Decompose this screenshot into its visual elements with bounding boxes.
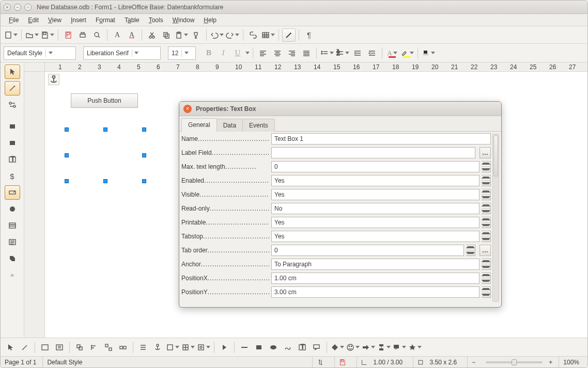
align-right-button[interactable]	[285, 46, 299, 60]
spin-enabled[interactable]	[482, 175, 491, 186]
menu-insert[interactable]: Insert	[67, 15, 90, 25]
menu-window[interactable]: Window	[168, 15, 199, 25]
undo-button[interactable]	[210, 28, 224, 42]
rect-icon[interactable]	[252, 341, 266, 354]
menu-view[interactable]: View	[44, 15, 66, 25]
dialog-close-icon[interactable]: ×	[183, 105, 192, 113]
menu-table[interactable]: Table	[120, 15, 144, 25]
anchor-button[interactable]	[151, 341, 164, 354]
spin-visible[interactable]	[482, 189, 491, 200]
line-tool[interactable]	[5, 81, 20, 95]
flowchart-icon[interactable]	[377, 341, 391, 354]
tab-order-button[interactable]	[136, 341, 150, 354]
spin-readonly[interactable]	[482, 203, 491, 214]
callout-icon[interactable]	[310, 341, 323, 354]
anchor-icon[interactable]	[48, 74, 59, 85]
rectangle2-tool[interactable]	[5, 136, 20, 150]
zoom-out-button[interactable]: −	[467, 357, 479, 367]
cut-button[interactable]	[145, 28, 159, 42]
select-tool[interactable]	[5, 65, 20, 79]
tab-data[interactable]: Data	[216, 119, 243, 132]
tab-events[interactable]: Events	[242, 119, 275, 132]
spelling-button[interactable]: A	[111, 28, 124, 42]
spin-maxlen[interactable]	[482, 161, 491, 172]
menu-edit[interactable]: Edit	[24, 15, 43, 25]
spin-posx[interactable]	[482, 273, 491, 284]
listbox-tool[interactable]	[5, 218, 20, 233]
dialog-titlebar[interactable]: × Properties: Text Box	[179, 102, 501, 116]
input-posy[interactable]: 3.00 cm	[271, 286, 479, 298]
menu-file[interactable]: File	[5, 15, 23, 25]
spin-taborder[interactable]	[466, 245, 475, 256]
paragraph-style-combo[interactable]: Default Style	[4, 46, 76, 60]
input-visible[interactable]: Yes	[271, 189, 479, 200]
text-icon[interactable]: T	[296, 341, 309, 354]
form-text-box-selected[interactable]	[67, 130, 144, 181]
font-name-combo[interactable]: Liberation Serif	[83, 46, 161, 60]
dialog-scrollbar[interactable]	[492, 134, 499, 302]
minimize-window-icon[interactable]: –	[14, 4, 21, 11]
print-preview-button[interactable]	[90, 28, 104, 42]
input-enabled[interactable]: Yes	[271, 175, 479, 186]
input-anchor[interactable]: To Paragraph	[271, 259, 479, 270]
curve-icon[interactable]	[281, 341, 295, 354]
open-button[interactable]	[25, 28, 39, 42]
highlight-button[interactable]: A	[125, 28, 138, 42]
menu-help[interactable]: Help	[199, 15, 221, 25]
increase-indent-button[interactable]	[351, 46, 364, 60]
label-tool[interactable]	[5, 185, 20, 200]
new-doc-button[interactable]	[4, 28, 18, 42]
rectangle-tool[interactable]	[5, 119, 20, 134]
align-left-button[interactable]	[256, 46, 270, 60]
more-tool[interactable]: »	[5, 268, 20, 282]
menu-tools[interactable]: Tools	[145, 15, 167, 25]
paste-button[interactable]	[174, 28, 189, 42]
zoom-value[interactable]: 100%	[559, 357, 583, 367]
form-push-button[interactable]: Push Button	[71, 93, 138, 108]
form-button[interactable]	[38, 341, 52, 354]
tab-general[interactable]: General	[181, 118, 217, 132]
line-icon[interactable]	[238, 341, 251, 354]
spin-printable[interactable]	[482, 217, 491, 228]
align-button[interactable]	[87, 341, 101, 354]
diamond-icon[interactable]	[330, 341, 345, 354]
textbox-tool[interactable]: T	[5, 152, 20, 167]
nav-button[interactable]	[218, 341, 231, 354]
zoom-in-button[interactable]: +	[549, 359, 552, 366]
underline-button[interactable]: U	[231, 46, 244, 60]
ellipse-tool[interactable]	[5, 202, 20, 216]
font-color-button[interactable]: A	[385, 46, 399, 60]
snap-button[interactable]	[196, 341, 211, 354]
group-button[interactable]	[102, 341, 115, 354]
spin-posy[interactable]	[482, 286, 491, 298]
position-button[interactable]	[73, 341, 86, 354]
copy-button[interactable]	[160, 28, 173, 42]
tag-tool[interactable]	[5, 251, 20, 266]
redo-button[interactable]	[225, 28, 240, 42]
design-mode-button[interactable]	[18, 341, 32, 354]
menu-format[interactable]: Format	[91, 15, 119, 25]
zoom-slider[interactable]	[486, 361, 543, 363]
formatting-marks-button[interactable]: ¶	[302, 28, 316, 42]
decrease-indent-button[interactable]	[365, 46, 379, 60]
bold-button[interactable]: B	[202, 46, 215, 60]
bullets-button[interactable]	[320, 46, 334, 60]
combobox-tool[interactable]	[5, 235, 20, 249]
numbering-button[interactable]: 12	[335, 46, 350, 60]
format-paintbrush-button[interactable]	[190, 28, 203, 42]
align-center-button[interactable]	[271, 46, 284, 60]
arrow-shape-icon[interactable]	[361, 341, 376, 354]
input-name[interactable]: Text Box 1	[271, 133, 491, 145]
close-window-icon[interactable]: ×	[4, 4, 11, 11]
input-labelfield[interactable]	[271, 147, 475, 158]
taborder-more-button[interactable]: …	[479, 245, 491, 256]
table-button[interactable]	[261, 28, 275, 42]
spin-tabstop[interactable]	[482, 231, 491, 242]
status-save-icon[interactable]	[334, 357, 350, 367]
input-taborder[interactable]: 0	[271, 245, 464, 256]
hyperlink-button[interactable]	[246, 28, 260, 42]
currency-tool[interactable]: $	[5, 169, 20, 183]
export-pdf-button[interactable]: P	[61, 28, 75, 42]
slider-tool[interactable]	[5, 98, 20, 112]
control-button[interactable]	[53, 341, 66, 354]
